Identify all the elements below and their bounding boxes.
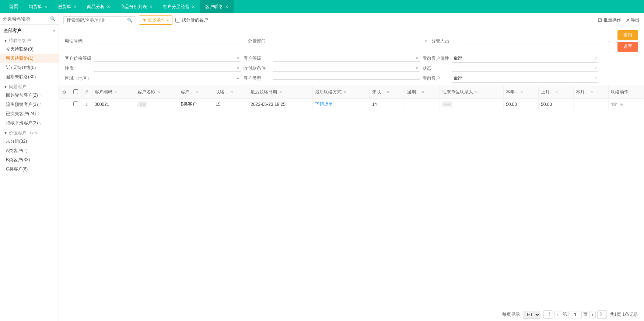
close-sales-order-icon[interactable]: ✕ xyxy=(44,4,48,9)
th-customer-code[interactable]: 客户编码 ⇅ xyxy=(92,86,135,99)
sidebar-item-today-contact[interactable]: 今天待联络(0) xyxy=(0,45,59,54)
th-this-year[interactable]: 本年... ⇅ xyxy=(504,86,539,99)
sidebar-item-declining[interactable]: 持续下滑客户(2) ? xyxy=(0,118,59,128)
sort-overdue-days-icon: ⇅ xyxy=(386,90,389,94)
sidebar-item-tomorrow-contact[interactable]: 明天待联络(1) xyxy=(0,54,59,63)
nav-customer-stratification[interactable]: 客户分层经营 ✕ xyxy=(158,0,200,13)
gender-chevron-icon: ∨ xyxy=(237,66,239,70)
next-page-button[interactable]: › xyxy=(589,311,596,318)
last-contact-method-link[interactable]: 下销货单 xyxy=(315,101,333,107)
sidebar-item-churn-warning[interactable]: 流失预警客户(3) ? xyxy=(0,100,59,109)
nav-sales-order[interactable]: 销货单 ✕ xyxy=(24,0,53,13)
filter-area-input[interactable] xyxy=(94,75,234,82)
my-customers-checkbox-container[interactable]: 我分管的客户 xyxy=(175,17,208,23)
sidebar-item-overdue-contact[interactable]: 逾期未联络(30) xyxy=(0,72,59,82)
last-page-button[interactable]: 》 xyxy=(597,310,607,319)
th-this-month[interactable]: 本月... ⇅ xyxy=(574,86,609,99)
filter-phone-input[interactable] xyxy=(94,37,245,45)
help-icon-churn-warning: ? xyxy=(39,103,42,107)
filter-customer-level-select[interactable]: ∨ xyxy=(273,55,419,62)
filter-customer-type-field: 客户类型 xyxy=(244,75,419,82)
sidebar-all-customers-header: 全部客户 « xyxy=(0,25,59,35)
sidebar-item-class-a[interactable]: A类客户(1) xyxy=(0,146,59,155)
td-customer-type: B类客户 xyxy=(178,99,213,110)
filter-customer-type-select[interactable] xyxy=(273,77,419,80)
nav-purchase-order[interactable]: 进货单 ✕ xyxy=(53,0,82,13)
sort-last-contact-method-icon: ⇅ xyxy=(343,90,346,94)
sort-contact-count-icon: ⇅ xyxy=(230,90,233,94)
close-customer-contact-icon[interactable]: ✕ xyxy=(225,4,228,9)
settings-button[interactable]: 设置 xyxy=(617,42,638,52)
nav-product-analysis-list[interactable]: 商品分析列表 ✕ xyxy=(115,0,158,13)
th-customer-type[interactable]: 客户... ⇅ xyxy=(178,86,213,99)
nav-home[interactable]: 首页 xyxy=(4,0,24,13)
sidebar-collapse-icon[interactable]: « xyxy=(52,28,55,34)
td-overdue-days: 14 xyxy=(370,99,405,110)
value-customers-edit-icon[interactable]: ✎ xyxy=(35,131,38,136)
filter-payment-select[interactable]: ∨ xyxy=(273,65,419,72)
filter-person-field: 分管人员 ··· xyxy=(431,37,612,45)
area-ellipsis-icon[interactable]: ··· xyxy=(234,76,241,81)
th-contact-count[interactable]: 联络... ⇅ xyxy=(213,86,248,99)
sidebar-search-icon[interactable]: 🔍 xyxy=(50,16,56,21)
td-checkbox xyxy=(70,99,81,110)
close-product-analysis-list-icon[interactable]: ✕ xyxy=(149,4,153,9)
th-overdue2[interactable]: 逾期... ⇅ xyxy=(405,86,440,99)
filter-gender-select[interactable]: ∨ xyxy=(94,65,241,72)
th-overdue-days[interactable]: 未联... ⇅ xyxy=(370,86,405,99)
prev-page-button[interactable]: ‹ xyxy=(554,311,561,318)
filter-customer-level-field: 客户等级 ∨ xyxy=(244,55,419,62)
filter-retail-customer-select[interactable]: 全部 ∨ xyxy=(452,74,598,83)
th-contact-person[interactable]: 往来单位联系人 ⇅ xyxy=(440,86,504,99)
filter-customer-price-select[interactable]: ∨ xyxy=(94,55,241,62)
select-all-checkbox[interactable] xyxy=(73,89,78,94)
nav-product-analysis[interactable]: 商品分析 ✕ xyxy=(82,0,115,13)
filter-area-field: 区域（地区） ··· xyxy=(65,75,241,82)
action-buttons: 查询 设置 xyxy=(617,30,638,52)
th-last-contact-date[interactable]: 最后联络日期 ⇅ xyxy=(248,86,313,99)
more-conditions-chevron-icon: ∧ xyxy=(167,18,169,22)
row-action-phone-icon[interactable]: ☎ xyxy=(611,101,617,107)
close-product-analysis-icon[interactable]: ✕ xyxy=(107,4,110,9)
query-button[interactable]: 查询 xyxy=(617,30,638,40)
page-size-select[interactable]: 50 xyxy=(523,311,540,319)
th-customer-name[interactable]: 客户名称 ⇅ xyxy=(135,86,178,99)
close-customer-stratification-icon[interactable]: ✕ xyxy=(192,4,195,9)
my-customers-checkbox[interactable] xyxy=(175,18,180,23)
filter-dept-select[interactable]: ∨ xyxy=(277,38,428,44)
person-ellipsis-icon[interactable]: ··· xyxy=(605,38,612,44)
sidebar-item-class-c[interactable]: C类客户(6) xyxy=(0,165,59,174)
filter-retail-attr-select[interactable]: 全部 ∨ xyxy=(452,54,598,63)
sidebar-item-ungrouped[interactable]: 未分组(32) xyxy=(0,137,59,146)
toolbar: 🔍 ▼ 更多条件 ∧ 我分管的客户 ☑ 批量操作 ↗ 导出 xyxy=(59,13,644,27)
filter-person-input[interactable] xyxy=(461,37,605,45)
toolbar-search-input[interactable] xyxy=(67,18,126,23)
filter-status-select[interactable]: ∨ xyxy=(452,65,598,72)
td-last-contact-method[interactable]: 下销货单 xyxy=(313,99,370,110)
value-customers-reload-icon[interactable]: ↻ xyxy=(29,131,33,136)
toolbar-search-icon[interactable]: 🔍 xyxy=(127,18,133,23)
export-button[interactable]: ↗ 导出 xyxy=(626,17,640,23)
filter-row-1: 电话号码 分管部门 ∨ 分管人员 ··· 查询 设置 xyxy=(65,30,638,52)
row-action-grid-icon[interactable]: ⊞ xyxy=(619,101,624,107)
payment-chevron-icon: ∨ xyxy=(416,66,418,70)
more-conditions-button[interactable]: ▼ 更多条件 ∧ xyxy=(139,15,172,25)
first-page-button[interactable]: 《 xyxy=(543,310,553,319)
sidebar-item-churned[interactable]: 已流失客户(24) ? xyxy=(0,109,59,118)
filter-retail-attr-field: 零散客户属性 全部 ∨ xyxy=(423,54,598,63)
content-area: 🔍 ▼ 更多条件 ∧ 我分管的客户 ☑ 批量操作 ↗ 导出 xyxy=(59,13,644,321)
row-checkbox[interactable] xyxy=(73,101,78,106)
th-last-contact-method[interactable]: 最后联络方式 ⇅ xyxy=(313,86,370,99)
sidebar-search-input[interactable] xyxy=(3,16,49,21)
filter-customer-price-field: 客户价格等级 ∨ xyxy=(65,55,241,62)
th-last-month[interactable]: 上月... ⇅ xyxy=(539,86,574,99)
sidebar-item-class-b[interactable]: B类客户(33) xyxy=(0,155,59,165)
nav-customer-contact[interactable]: 客户联络 ✕ xyxy=(200,0,234,13)
sidebar-item-repurchase-abnormal[interactable]: 回购异常客户(2) ? xyxy=(0,91,59,100)
page-size-label: 每页显示 xyxy=(502,311,520,318)
close-purchase-order-icon[interactable]: ✕ xyxy=(73,4,77,9)
sidebar-item-7days-contact[interactable]: 近7天待联络(0) xyxy=(0,63,59,72)
th-gear[interactable]: ⚙ xyxy=(59,86,70,99)
page-input[interactable] xyxy=(568,311,582,318)
batch-ops-button[interactable]: ☑ 批量操作 xyxy=(598,17,621,23)
